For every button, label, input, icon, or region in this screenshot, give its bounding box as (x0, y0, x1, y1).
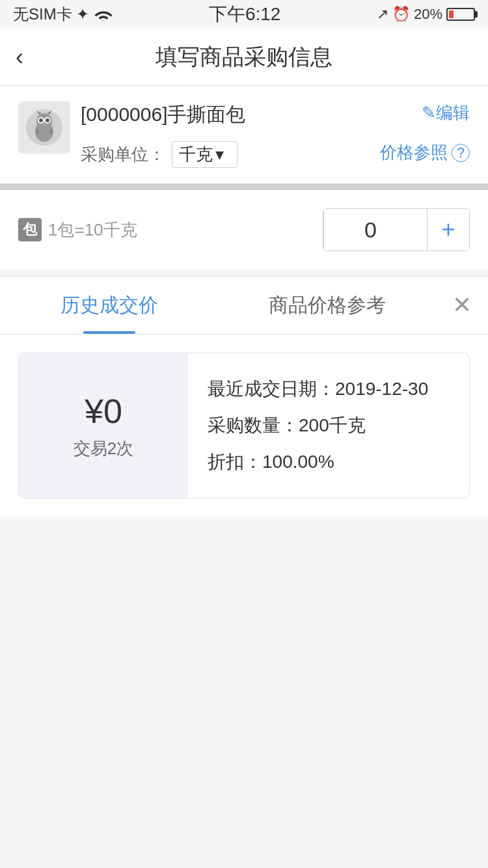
quantity-row: 包 1包=10千克 + (0, 190, 488, 269)
history-price-section: ¥0 交易2次 (19, 353, 188, 498)
price-ref-label: 价格参照 (380, 141, 448, 164)
history-quantity-row: 采购数量：200千克 (208, 413, 450, 438)
price-ref-button[interactable]: 价格参照 ? (380, 141, 470, 164)
battery-icon (446, 8, 475, 21)
discount-label: 折扣： (208, 452, 262, 472)
quantity-detail-value: 200千克 (299, 415, 366, 435)
unit-value: 千克 (179, 143, 213, 166)
battery-percent: 20% (414, 6, 442, 23)
svg-point-9 (46, 118, 49, 122)
edit-button[interactable]: ✎编辑 (422, 102, 470, 124)
product-header: [0000006]手撕面包 采购单位： 千克 ▾ ✎编辑 价格参照 ? (18, 102, 470, 168)
status-left: 无SIM卡 ✦ (13, 4, 113, 25)
price-symbol: ¥ (85, 392, 103, 430)
owl-icon (25, 108, 64, 147)
quantity-input[interactable] (323, 209, 427, 251)
status-right: ↗ ⏰ 20% (377, 6, 475, 23)
history-card: ¥0 交易2次 最近成交日期：2019-12-30 采购数量：200千克 折扣：… (18, 353, 470, 498)
discount-value: 100.00% (262, 452, 334, 472)
unit-label: 采购单位： (81, 143, 165, 166)
gps-icon: ↗ (377, 6, 388, 23)
alarm-icon: ⏰ (392, 6, 410, 23)
quantity-plus-button[interactable]: + (427, 209, 469, 251)
tab-close-button[interactable]: ✕ (436, 277, 488, 334)
status-bar: 无SIM卡 ✦ 下午6:12 ↗ ⏰ 20% (0, 0, 488, 29)
product-left: [0000006]手撕面包 采购单位： 千克 ▾ (18, 102, 245, 168)
quantity-unit-info: 包 1包=10千克 (18, 218, 137, 241)
price-value: 0 (103, 392, 122, 430)
section-divider (0, 183, 488, 190)
product-image (18, 102, 70, 154)
unit-select[interactable]: 千克 ▾ (172, 141, 237, 168)
tabs-header: 历史成交价 商品价格参考 ✕ (0, 277, 488, 334)
date-label: 最近成交日期： (208, 379, 335, 399)
history-price-display: ¥0 (85, 392, 122, 431)
product-right: ✎编辑 价格参照 ? (380, 102, 470, 164)
unit-badge: 包 (18, 218, 42, 241)
price-ref-icon: ? (452, 144, 470, 162)
history-details-section: 最近成交日期：2019-12-30 采购数量：200千克 折扣：100.00% (188, 353, 469, 498)
history-content: ¥0 交易2次 最近成交日期：2019-12-30 采购数量：200千克 折扣：… (0, 334, 488, 517)
svg-point-8 (39, 118, 43, 122)
date-value: 2019-12-30 (335, 379, 428, 399)
svg-point-0 (102, 20, 105, 21)
status-time: 下午6:12 (209, 2, 281, 27)
product-name: [0000006]手撕面包 (81, 102, 245, 128)
history-trade-count: 交易2次 (74, 437, 133, 460)
tab-history-price[interactable]: 历史成交价 (0, 277, 218, 334)
page-title: 填写商品采购信息 (156, 42, 332, 72)
back-button[interactable]: ‹ (16, 44, 23, 71)
quantity-label: 采购数量： (208, 415, 299, 435)
unit-dropdown-arrow: ▾ (215, 144, 224, 165)
quantity-control: + (323, 208, 470, 251)
tabs-container: 历史成交价 商品价格参考 ✕ ¥0 交易2次 最近成交日期：2019-12-30… (0, 276, 488, 517)
tab-product-price-ref[interactable]: 商品价格参考 (218, 277, 436, 334)
unit-desc: 1包=10千克 (48, 219, 137, 241)
nav-bar: ‹ 填写商品采购信息 (0, 29, 488, 86)
product-unit-row: 采购单位： 千克 ▾ (81, 141, 245, 168)
history-discount-row: 折扣：100.00% (208, 450, 450, 474)
history-date-row: 最近成交日期：2019-12-30 (208, 377, 450, 401)
product-info: [0000006]手撕面包 采购单位： 千克 ▾ (81, 102, 245, 168)
product-card: [0000006]手撕面包 采购单位： 千克 ▾ ✎编辑 价格参照 ? (0, 86, 488, 183)
carrier-text: 无SIM卡 ✦ (13, 4, 89, 25)
wifi-icon (94, 8, 113, 21)
